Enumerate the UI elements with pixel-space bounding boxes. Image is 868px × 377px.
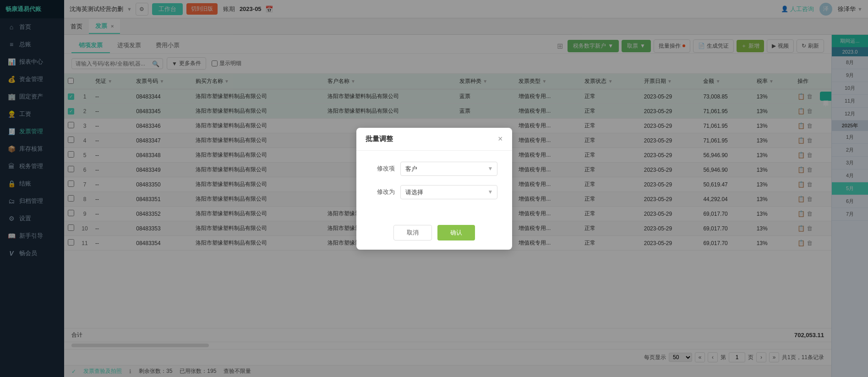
field-row: 修改项 客户 发票类型 购买方 税率 ▼ bbox=[371, 162, 497, 176]
change-row: 修改为 请选择 ▼ bbox=[371, 185, 497, 199]
modal-body: 修改项 客户 发票类型 购买方 税率 ▼ 修改为 请选择 bbox=[356, 151, 512, 219]
batch-adjust-modal: 批量调整 × 修改项 客户 发票类型 购买方 税率 ▼ 修改为 bbox=[356, 128, 512, 250]
modal-header: 批量调整 × bbox=[356, 128, 512, 151]
change-select[interactable]: 请选择 bbox=[401, 186, 497, 199]
modal-overlay: 批量调整 × 修改项 客户 发票类型 购买方 税率 ▼ 修改为 bbox=[0, 0, 868, 377]
field-label: 修改项 bbox=[371, 164, 395, 173]
change-label: 修改为 bbox=[371, 188, 395, 196]
modal-confirm-btn[interactable]: 确认 bbox=[437, 225, 475, 240]
modal-cancel-btn[interactable]: 取消 bbox=[393, 225, 432, 240]
change-select-wrapper: 请选择 ▼ bbox=[400, 185, 497, 199]
field-select-wrapper: 客户 发票类型 购买方 税率 ▼ bbox=[400, 162, 497, 176]
field-select[interactable]: 客户 发票类型 购买方 税率 bbox=[401, 162, 497, 175]
modal-title: 批量调整 bbox=[366, 135, 393, 143]
modal-close-btn[interactable]: × bbox=[498, 134, 503, 144]
modal-footer: 取消 确认 bbox=[356, 219, 512, 250]
